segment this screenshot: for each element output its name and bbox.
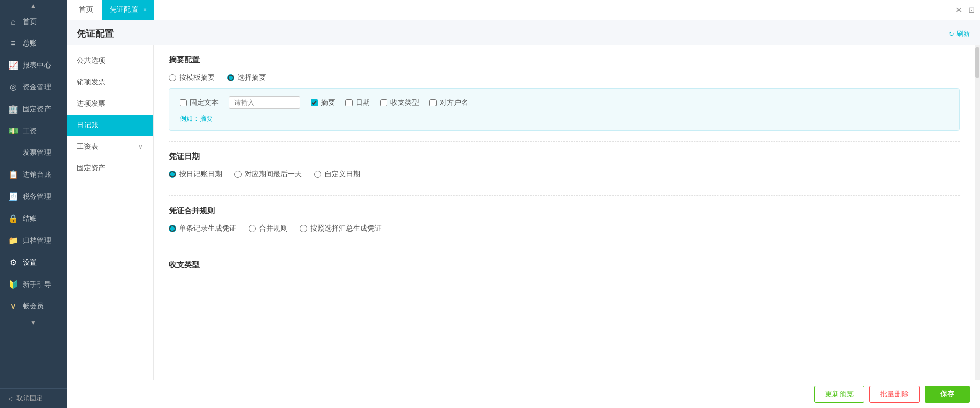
checkbox-date[interactable] <box>345 99 353 106</box>
sidebar: ▲ ⌂ 首页 ≡ 总账 📈 报表中心 ◎ 资金管理 🏢 固定资产 💵 工资 🗒 … <box>0 0 67 408</box>
sidebar-item-tax[interactable]: 🧾 税务管理 <box>0 186 67 208</box>
assets-icon: 🏢 <box>8 104 18 114</box>
sidebar-item-closing[interactable]: 🔒 结账 <box>0 208 67 230</box>
scrollbar[interactable] <box>975 45 980 380</box>
sidebar-item-home[interactable]: ⌂ 首页 <box>0 11 67 33</box>
left-nav-journal[interactable]: 日记账 <box>67 115 153 136</box>
cancel-pin-button[interactable]: ◁ 取消固定 <box>0 388 67 408</box>
refresh-icon: ↻ <box>949 30 954 38</box>
checkbox-income-type-label[interactable]: 收支类型 <box>380 98 419 107</box>
sidebar-item-assets[interactable]: 🏢 固定资产 <box>0 98 67 120</box>
radio-journal-date-label[interactable]: 按日记账日期 <box>169 170 222 179</box>
left-nav-purchase-invoice[interactable]: 进项发票 <box>67 93 153 115</box>
batch-delete-button[interactable]: 批量删除 <box>869 386 920 403</box>
bottom-bar: 更新预览 批量删除 保存 <box>67 380 980 408</box>
invoice-icon: 🗒 <box>8 148 18 157</box>
radio-merge[interactable] <box>249 225 256 232</box>
radio-summary-label[interactable]: 按照选择汇总生成凭证 <box>300 224 382 233</box>
settings-icon: ⚙ <box>8 258 18 267</box>
radio-single-label[interactable]: 单条记录生成凭证 <box>169 224 236 233</box>
content-area: 公共选项 销项发票 进项发票 日记账 工资表 ∨ 固定资产 摘要配置 <box>67 45 980 380</box>
radio-custom-date[interactable] <box>314 171 321 178</box>
radio-last-day-label[interactable]: 对应期间最后一天 <box>234 170 302 179</box>
radio-template[interactable] <box>169 74 176 81</box>
sidebar-item-archive[interactable]: 📁 归档管理 <box>0 230 67 252</box>
chevron-down-icon: ∨ <box>138 143 143 150</box>
radio-select[interactable] <box>227 74 234 81</box>
merge-radio-group: 单条记录生成凭证 合并规则 按照选择汇总生成凭证 <box>169 224 960 233</box>
update-preview-button[interactable]: 更新预览 <box>814 386 864 403</box>
vip-icon: V <box>8 302 18 310</box>
example-text: 例如：摘要 <box>180 114 949 123</box>
radio-summary[interactable] <box>300 225 307 232</box>
page-title: 凭证配置 <box>77 28 114 40</box>
window-close-button[interactable]: ✕ <box>955 5 962 15</box>
right-content: 摘要配置 按模板摘要 选择摘要 固定文本 <box>154 45 975 380</box>
date-radio-group: 按日记账日期 对应期间最后一天 自定义日期 <box>169 170 960 179</box>
checkbox-counterpart-label[interactable]: 对方户名 <box>429 98 468 107</box>
merge-rule-title: 凭证合并规则 <box>169 206 960 216</box>
left-nav-fixed-assets[interactable]: 固定资产 <box>67 157 153 179</box>
main-area: 首页 凭证配置 × ✕ ⊡ 凭证配置 ↻ 刷新 公共选项 销项发票 进 <box>67 0 980 408</box>
left-nav: 公共选项 销项发票 进项发票 日记账 工资表 ∨ 固定资产 <box>67 45 154 380</box>
tab-voucher-config[interactable]: 凭证配置 × <box>102 0 154 20</box>
funds-icon: ◎ <box>8 82 18 92</box>
salary-icon: 💵 <box>8 126 18 136</box>
radio-custom-date-label[interactable]: 自定义日期 <box>314 170 360 179</box>
sidebar-item-funds[interactable]: ◎ 资金管理 <box>0 76 67 98</box>
scroll-thumb[interactable] <box>975 47 979 78</box>
radio-single[interactable] <box>169 225 176 232</box>
left-nav-salary-table[interactable]: 工资表 ∨ <box>67 136 153 157</box>
checkbox-summary-label[interactable]: 摘要 <box>311 98 335 107</box>
sidebar-item-salary[interactable]: 💵 工资 <box>0 120 67 142</box>
income-type-title: 收支类型 <box>169 260 960 270</box>
voucher-date-title: 凭证日期 <box>169 152 960 162</box>
radio-journal-date[interactable] <box>169 171 176 178</box>
summary-checkbox-group: 固定文本 摘要 日期 收支类型 <box>180 96 949 109</box>
purchasesale-icon: 📋 <box>8 170 18 179</box>
sidebar-item-ledger[interactable]: ≡ 总账 <box>0 33 67 54</box>
tab-home[interactable]: 首页 <box>72 0 100 20</box>
radio-last-day[interactable] <box>234 171 242 178</box>
radio-template-label[interactable]: 按模板摘要 <box>169 73 215 82</box>
sidebar-scroll-down[interactable]: ▼ <box>0 317 67 328</box>
report-icon: 📈 <box>8 60 18 70</box>
summary-config-section: 摘要配置 按模板摘要 选择摘要 固定文本 <box>169 55 960 142</box>
left-nav-sales-invoice[interactable]: 销项发票 <box>67 72 153 93</box>
pin-icon: ◁ <box>8 395 13 402</box>
ledger-icon: ≡ <box>8 39 18 48</box>
checkbox-counterpart[interactable] <box>429 99 437 106</box>
fixed-text-input[interactable] <box>229 96 300 109</box>
checkbox-fixed-text-label[interactable]: 固定文本 <box>180 98 219 107</box>
sidebar-item-guide[interactable]: 🔰 新手引导 <box>0 274 67 296</box>
archive-icon: 📁 <box>8 236 18 245</box>
summary-config-title: 摘要配置 <box>169 55 960 65</box>
save-button[interactable]: 保存 <box>925 386 970 403</box>
tax-icon: 🧾 <box>8 192 18 201</box>
left-nav-public[interactable]: 公共选项 <box>67 50 153 72</box>
voucher-date-section: 凭证日期 按日记账日期 对应期间最后一天 自定义日期 <box>169 152 960 196</box>
merge-rule-section: 凭证合并规则 单条记录生成凭证 合并规则 按照选择汇总生成凭证 <box>169 206 960 250</box>
sidebar-item-settings[interactable]: ⚙ 设置 <box>0 252 67 274</box>
sidebar-item-report[interactable]: 📈 报表中心 <box>0 54 67 76</box>
window-controls: ✕ ⊡ <box>955 5 975 15</box>
checkbox-income-type[interactable] <box>380 99 387 106</box>
checkbox-date-label[interactable]: 日期 <box>345 98 370 107</box>
home-icon: ⌂ <box>8 17 18 27</box>
page-header: 凭证配置 ↻ 刷新 <box>67 20 980 45</box>
tab-close-icon[interactable]: × <box>143 6 147 13</box>
sidebar-item-purchasesale[interactable]: 📋 进销台账 <box>0 164 67 186</box>
summary-config-box: 固定文本 摘要 日期 收支类型 <box>169 88 960 131</box>
sidebar-scroll-up[interactable]: ▲ <box>0 0 67 11</box>
income-type-section: 收支类型 <box>169 260 960 288</box>
refresh-button[interactable]: ↻ 刷新 <box>949 29 970 38</box>
sidebar-item-vip[interactable]: V 畅会员 <box>0 296 67 317</box>
window-resize-button[interactable]: ⊡ <box>968 5 975 15</box>
checkbox-summary[interactable] <box>311 99 318 106</box>
sidebar-item-invoice[interactable]: 🗒 发票管理 <box>0 142 67 164</box>
tab-bar: 首页 凭证配置 × ✕ ⊡ <box>67 0 980 20</box>
guide-icon: 🔰 <box>8 280 18 289</box>
checkbox-fixed-text[interactable] <box>180 99 187 106</box>
radio-select-label[interactable]: 选择摘要 <box>227 73 266 82</box>
radio-merge-label[interactable]: 合并规则 <box>249 224 288 233</box>
